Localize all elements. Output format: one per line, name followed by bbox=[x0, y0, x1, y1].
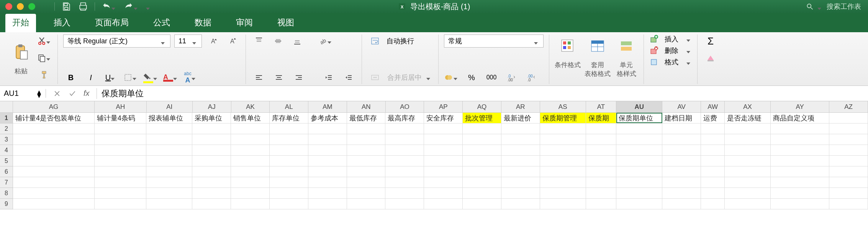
cell[interactable] bbox=[540, 134, 586, 145]
cell[interactable] bbox=[771, 134, 829, 145]
cell[interactable] bbox=[501, 166, 540, 177]
cell[interactable] bbox=[95, 166, 147, 177]
cell[interactable] bbox=[662, 156, 701, 166]
cell[interactable] bbox=[771, 166, 829, 177]
comma-format-button[interactable]: 000 bbox=[484, 71, 499, 84]
cell[interactable] bbox=[192, 188, 231, 198]
cell[interactable] bbox=[501, 177, 540, 188]
cell[interactable] bbox=[586, 188, 617, 198]
column-header[interactable]: AW bbox=[701, 101, 725, 112]
fill-color-button[interactable] bbox=[143, 71, 158, 84]
align-center-button[interactable] bbox=[271, 71, 287, 84]
cell[interactable]: 建档日期 bbox=[662, 113, 701, 123]
align-bottom-button[interactable] bbox=[290, 35, 305, 48]
cell[interactable] bbox=[616, 188, 662, 198]
cell[interactable] bbox=[829, 113, 868, 123]
cell[interactable] bbox=[424, 134, 463, 145]
cell[interactable] bbox=[829, 123, 868, 134]
align-left-button[interactable] bbox=[251, 71, 267, 84]
column-header[interactable]: AY bbox=[771, 101, 829, 112]
tab-page-layout[interactable]: 页面布局 bbox=[88, 14, 136, 32]
cell[interactable] bbox=[13, 123, 95, 134]
cell[interactable] bbox=[308, 177, 347, 188]
row-header[interactable]: 4 bbox=[0, 145, 13, 156]
cell[interactable] bbox=[270, 134, 308, 145]
format-cells-button[interactable]: 格式 bbox=[649, 58, 692, 67]
cell[interactable] bbox=[146, 166, 192, 177]
name-box[interactable]: AU1 ▴ ▾ bbox=[0, 89, 46, 98]
cell[interactable] bbox=[616, 156, 662, 166]
cell[interactable]: 最低库存 bbox=[347, 113, 386, 123]
cell[interactable] bbox=[13, 156, 95, 166]
cell[interactable] bbox=[308, 123, 347, 134]
cell[interactable] bbox=[586, 166, 617, 177]
cell[interactable] bbox=[347, 177, 386, 188]
cell[interactable] bbox=[725, 166, 771, 177]
cell[interactable] bbox=[662, 123, 701, 134]
cell[interactable] bbox=[231, 199, 270, 209]
cell[interactable] bbox=[829, 188, 868, 198]
cell[interactable] bbox=[270, 199, 308, 209]
column-header[interactable]: AV bbox=[662, 101, 701, 112]
cell[interactable] bbox=[829, 134, 868, 145]
cell[interactable] bbox=[231, 156, 270, 166]
phonetic-button[interactable]: abcA bbox=[183, 71, 198, 84]
tab-data[interactable]: 数据 bbox=[188, 14, 218, 32]
cell[interactable] bbox=[270, 188, 308, 198]
cell[interactable] bbox=[192, 156, 231, 166]
cell[interactable] bbox=[463, 145, 501, 155]
cell[interactable] bbox=[463, 166, 501, 177]
tab-home[interactable]: 开始 bbox=[5, 14, 36, 32]
cell[interactable] bbox=[662, 134, 701, 145]
delete-cells-button[interactable]: 删除 bbox=[649, 46, 692, 55]
cells-area[interactable]: 辅计量4是否包装单位辅计量4条码报表辅单位采购单位销售单位库存单位参考成本最低库… bbox=[13, 113, 868, 237]
cell[interactable] bbox=[385, 134, 424, 145]
name-box-down[interactable]: ▾ bbox=[36, 94, 42, 97]
autosum-button[interactable]: Σ bbox=[703, 35, 718, 48]
cell[interactable] bbox=[501, 145, 540, 155]
cell[interactable] bbox=[95, 156, 147, 166]
clear-button[interactable] bbox=[703, 51, 718, 64]
increase-font-button[interactable]: A bbox=[206, 35, 221, 48]
undo-button[interactable] bbox=[101, 1, 117, 12]
wrap-text-button[interactable] bbox=[367, 35, 383, 48]
cell[interactable] bbox=[424, 199, 463, 209]
cell[interactable] bbox=[347, 145, 386, 155]
cut-button[interactable] bbox=[37, 35, 52, 48]
cell[interactable] bbox=[662, 166, 701, 177]
column-header[interactable]: AN bbox=[347, 101, 386, 112]
cell[interactable] bbox=[308, 156, 347, 166]
cell[interactable] bbox=[347, 134, 386, 145]
cell[interactable] bbox=[347, 123, 386, 134]
cell[interactable] bbox=[701, 188, 725, 198]
cell[interactable]: 采购单位 bbox=[192, 113, 231, 123]
cell[interactable] bbox=[385, 188, 424, 198]
qat-customize[interactable] bbox=[146, 3, 152, 10]
cell[interactable]: 是否走冻链 bbox=[725, 113, 771, 123]
cell[interactable] bbox=[95, 134, 147, 145]
cell[interactable]: 批次管理 bbox=[463, 113, 501, 123]
cell[interactable] bbox=[463, 199, 501, 209]
cell[interactable] bbox=[308, 188, 347, 198]
cell[interactable]: 最高库存 bbox=[385, 113, 424, 123]
cell[interactable] bbox=[662, 177, 701, 188]
cell[interactable] bbox=[616, 166, 662, 177]
cell[interactable] bbox=[385, 123, 424, 134]
cell[interactable] bbox=[771, 199, 829, 209]
cell[interactable] bbox=[270, 166, 308, 177]
cell[interactable] bbox=[424, 156, 463, 166]
cell[interactable] bbox=[829, 156, 868, 166]
cell[interactable] bbox=[616, 199, 662, 209]
cell[interactable] bbox=[231, 134, 270, 145]
cell[interactable] bbox=[701, 145, 725, 155]
cell[interactable] bbox=[540, 199, 586, 209]
cell[interactable] bbox=[347, 156, 386, 166]
cell[interactable] bbox=[270, 177, 308, 188]
cell[interactable]: 运费 bbox=[701, 113, 725, 123]
cell[interactable] bbox=[829, 145, 868, 155]
cell[interactable] bbox=[308, 145, 347, 155]
cell[interactable] bbox=[385, 166, 424, 177]
cell[interactable] bbox=[13, 145, 95, 155]
cell[interactable] bbox=[586, 177, 617, 188]
cell[interactable] bbox=[725, 156, 771, 166]
